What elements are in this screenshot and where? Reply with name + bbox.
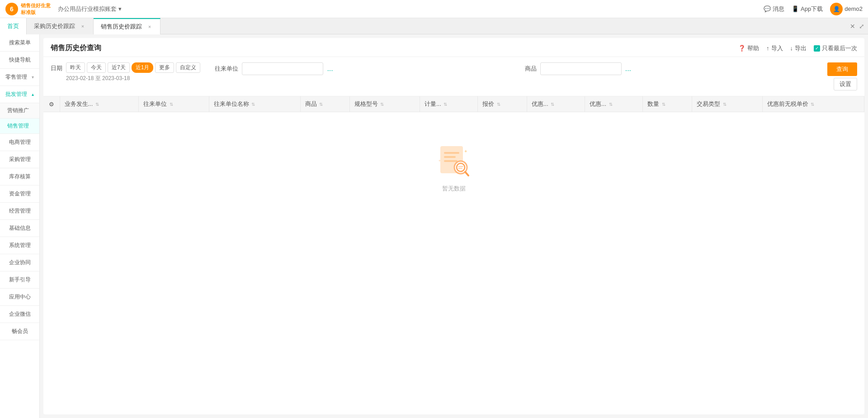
sidebar-item-wholesale-mgmt[interactable]: 批发管理 ▴ [0, 86, 39, 103]
th-quote[interactable]: 报价 ⇅ [478, 96, 527, 112]
quick-nav-label: 快捷导航 [9, 56, 31, 64]
th-biz-date[interactable]: 业务发生... ⇅ [60, 96, 139, 112]
settings-icon: ⚙ [49, 101, 54, 108]
th-discount1[interactable]: 优惠... ⇅ [527, 96, 585, 112]
th-counterpart-name[interactable]: 往来单位名称 ⇅ [209, 96, 300, 112]
help-icon: ❓ [738, 45, 745, 52]
th-spec[interactable]: 规格型号 ⇅ [349, 96, 420, 112]
th-unit[interactable]: 计量... ⇅ [420, 96, 477, 112]
tab-home-label: 首页 [7, 22, 19, 30]
import-icon: ↑ [766, 45, 769, 52]
date-btn-custom[interactable]: 自定义 [176, 62, 200, 73]
app-download-btn[interactable]: 📱 App下载 [792, 5, 823, 13]
chevron-down-icon: ▴ [32, 92, 34, 97]
date-btn-7days[interactable]: 近7天 [108, 62, 130, 73]
th-counterpart[interactable]: 往来单位 ⇅ [139, 96, 209, 112]
sidebar-item-basic-info[interactable]: 基础信息 [0, 220, 39, 237]
only-last-checkbox-label[interactable]: ✓ 只看最后一次 [814, 44, 857, 52]
content-area: 销售历史价查询 ❓ 帮助 ↑ 导入 ↓ 导出 ✓ [40, 34, 868, 418]
tab-bar: 首页 采购历史价跟踪 × 销售历史价跟踪 × ✕ ⤢ [0, 18, 868, 34]
settings-button[interactable]: 设置 [834, 78, 857, 90]
search-menu-label: 搜索菜单 [9, 39, 31, 47]
tab-home[interactable]: 首页 [0, 18, 27, 34]
sort-icon: ⇅ [170, 102, 173, 107]
tab-purchase-label: 采购历史价跟踪 [34, 22, 75, 30]
date-btn-1month[interactable]: 近1月 [132, 62, 154, 73]
header-right: 💬 消息 📱 App下载 👤 demo2 [764, 3, 863, 15]
message-btn[interactable]: 💬 消息 [764, 5, 784, 13]
sidebar-item-system[interactable]: 系统管理 [0, 237, 39, 254]
tab-sales-history[interactable]: 销售历史价跟踪 × [94, 18, 160, 34]
counterpart-dots-btn[interactable]: ... [327, 65, 333, 73]
empty-text: 暂无数据 [442, 185, 466, 193]
header-left: 6 销售佳好生意 标准版 办公用品行业模拟账套 ▾ [5, 2, 125, 15]
maximize-window-icon[interactable]: ⤢ [859, 23, 864, 30]
chevron-down-icon: ▾ [118, 5, 122, 12]
checkbox-checked-icon: ✓ [814, 45, 820, 52]
th-goods[interactable]: 商品 ⇅ [300, 96, 349, 112]
top-header: 6 销售佳好生意 标准版 办公用品行业模拟账套 ▾ 💬 消息 📱 App下载 👤… [0, 0, 868, 18]
goods-dots-btn[interactable]: ... [625, 65, 631, 73]
company-dropdown[interactable]: 办公用品行业模拟账套 ▾ [54, 3, 125, 15]
sidebar-item-ecommerce[interactable]: 电商管理 [0, 134, 39, 151]
sidebar-item-app-center[interactable]: 应用中心 [0, 289, 39, 306]
goods-label: 商品 [525, 65, 537, 73]
sort-icon: ⇅ [497, 102, 500, 107]
sidebar-item-search-menu[interactable]: 搜索菜单 [0, 34, 39, 52]
sidebar-item-vip[interactable]: 畅会员 [0, 323, 39, 340]
chevron-right-icon: ▾ [32, 75, 34, 80]
sidebar-item-quick-nav[interactable]: 快捷导航 [0, 52, 39, 69]
sort-icon: ⇅ [551, 102, 554, 107]
svg-rect-2 [444, 156, 456, 158]
sidebar-item-retail-mgmt[interactable]: 零售管理 ▾ [0, 69, 39, 86]
date-btn-yesterday[interactable]: 昨天 [66, 62, 85, 73]
query-button[interactable]: 查询 [827, 62, 857, 76]
close-window-icon[interactable]: ✕ [850, 23, 855, 30]
sidebar-item-marketing[interactable]: 营销推广 [0, 103, 39, 119]
sidebar-item-wechat[interactable]: 企业微信 [0, 306, 39, 323]
tab-bar-right: ✕ ⤢ [850, 23, 868, 30]
counterpart-filter-group: 往来单位 ... [215, 62, 510, 75]
goods-input[interactable] [540, 62, 622, 75]
date-btn-more[interactable]: 更多 [155, 62, 174, 73]
sidebar-item-purchase[interactable]: 采购管理 [0, 151, 39, 168]
th-pre-tax[interactable]: 优惠前无税单价 ⇅ [762, 96, 864, 112]
th-trade-type[interactable]: 交易类型 ⇅ [692, 96, 762, 112]
th-settings[interactable]: ⚙ [43, 96, 60, 112]
tab-sales-close[interactable]: × [146, 24, 153, 30]
sidebar-item-guide[interactable]: 新手引导 [0, 271, 39, 289]
main-layout: 搜索菜单 快捷导航 零售管理 ▾ 批发管理 ▴ 营销推广 销售管理 电商管理 采… [0, 34, 868, 418]
date-options: 昨天 今天 近7天 近1月 更多 自定义 2023-02-18 至 2023-0… [66, 62, 200, 82]
user-avatar[interactable]: 👤 demo2 [830, 3, 863, 15]
date-option-row: 昨天 今天 近7天 近1月 更多 自定义 [66, 62, 200, 73]
th-quantity[interactable]: 数量 ⇅ [643, 96, 692, 112]
sidebar-item-inventory[interactable]: 库存核算 [0, 168, 39, 185]
logo-icon: 6 [5, 3, 18, 15]
sidebar-item-enterprise[interactable]: 企业协同 [0, 254, 39, 271]
sort-icon: ⇅ [723, 102, 726, 107]
avatar-image: 👤 [830, 3, 843, 15]
wholesale-mgmt-label: 批发管理 [5, 90, 27, 98]
table-area: ⚙ 业务发生... ⇅ 往来单位 ⇅ 往来单位名称 [43, 96, 864, 414]
page-title: 销售历史价查询 [51, 43, 101, 53]
th-discount2[interactable]: 优惠... ⇅ [585, 96, 643, 112]
counterpart-label: 往来单位 [215, 65, 238, 73]
tab-purchase-close[interactable]: × [80, 23, 86, 29]
help-btn[interactable]: ❓ 帮助 [738, 44, 759, 52]
sort-icon: ⇅ [662, 102, 665, 107]
export-btn[interactable]: ↓ 导出 [790, 44, 807, 52]
export-icon: ↓ [790, 45, 793, 52]
message-icon: 💬 [764, 5, 771, 12]
data-table: ⚙ 业务发生... ⇅ 往来单位 ⇅ 往来单位名称 [43, 96, 864, 112]
date-btn-today[interactable]: 今天 [87, 62, 106, 73]
sidebar-item-operations[interactable]: 经营管理 [0, 203, 39, 220]
import-btn[interactable]: ↑ 导入 [766, 44, 783, 52]
sidebar-item-sales-mgmt[interactable]: 销售管理 [0, 119, 39, 134]
counterpart-input[interactable] [242, 62, 323, 75]
goods-filter-group: 商品 ... [525, 62, 820, 75]
sidebar-item-finance[interactable]: 资金管理 [0, 185, 39, 203]
date-filter-group: 日期 昨天 今天 近7天 近1月 更多 自定义 2023-02-18 至 202… [51, 62, 200, 82]
page-content: 销售历史价查询 ❓ 帮助 ↑ 导入 ↓ 导出 ✓ [43, 38, 864, 414]
empty-state: ✦ ✦ 暂无数据 [43, 112, 864, 220]
tab-purchase-history[interactable]: 采购历史价跟踪 × [27, 18, 94, 34]
